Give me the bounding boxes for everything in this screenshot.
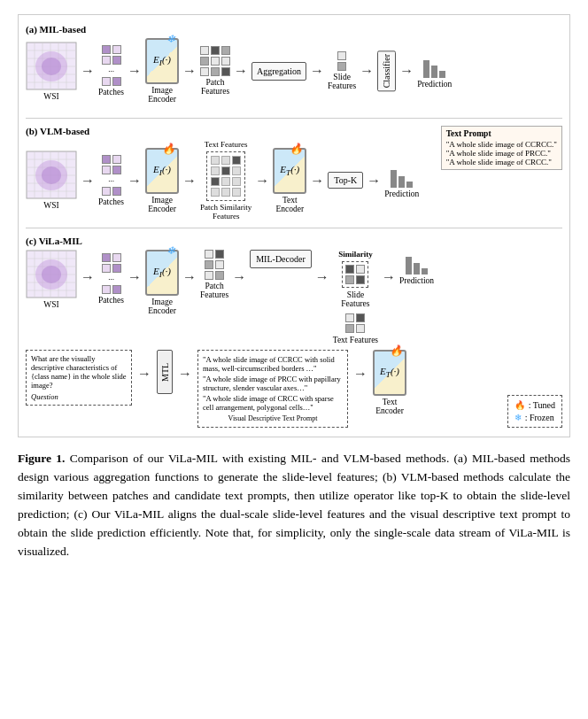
figure-caption: Figure 1. Comparison of our ViLa-MIL wit… bbox=[18, 450, 570, 561]
prediction-a-label: Prediction bbox=[417, 80, 452, 89]
mtl-box: MTL bbox=[157, 350, 173, 394]
question-sub-c: Question bbox=[31, 392, 127, 401]
feat-col-c1 bbox=[205, 250, 213, 280]
divider-ab bbox=[26, 118, 562, 119]
classifier-box: Classifier bbox=[377, 50, 396, 91]
arrow-a7: → bbox=[399, 63, 414, 79]
wsi-svg-b bbox=[26, 151, 77, 199]
text-prompt-item-3: "A whole slide image of CRCC." bbox=[446, 158, 557, 166]
text-features-c-label: Text Features bbox=[333, 336, 378, 344]
encoder-func-b: EI(·) bbox=[153, 164, 171, 177]
arrow-c9: → bbox=[353, 366, 368, 382]
flame-icon-tb: 🔥 bbox=[290, 143, 303, 156]
patch-sq bbox=[112, 166, 121, 174]
wsi-c: WSI bbox=[26, 250, 77, 309]
bar-a2 bbox=[431, 66, 437, 78]
patch-row-c3 bbox=[102, 285, 121, 294]
svg-point-25 bbox=[42, 166, 61, 184]
patches-a: ··· Patches bbox=[98, 45, 124, 97]
feat-sq bbox=[356, 275, 365, 284]
encoder-box-c: ❄ EI(·) bbox=[145, 250, 179, 296]
section-c-label: (c) ViLa-MIL bbox=[26, 236, 562, 246]
arrow-b3: → bbox=[182, 173, 197, 189]
patch-sim-b: Text Features bbox=[200, 140, 251, 220]
mil-decoder-box: MIL-Decoder bbox=[250, 250, 312, 268]
feat-sq bbox=[221, 57, 230, 66]
sim-sq bbox=[232, 177, 241, 186]
vtp-item-3: "A whole slide image of CRCC with sparse… bbox=[203, 394, 343, 412]
bar-c2 bbox=[414, 263, 420, 274]
topk-b: Top-K bbox=[328, 172, 363, 189]
text-encoder-box-b: 🔥 ET(·) bbox=[273, 148, 306, 194]
patch-row-c2 bbox=[102, 264, 121, 273]
bar-b3 bbox=[406, 182, 413, 188]
slide-features-a: SlideFeatures bbox=[328, 51, 356, 90]
feat-sq bbox=[337, 62, 346, 71]
encoder-a: ❄ EI(·) ImageEncoder bbox=[145, 38, 179, 104]
feat-sq bbox=[345, 313, 354, 322]
feat-sq bbox=[205, 250, 213, 259]
mtl-c: MTL bbox=[157, 350, 173, 394]
patch-sq bbox=[112, 77, 121, 86]
snowflake-icon-legend: ❄ bbox=[514, 413, 522, 422]
encoder-func-c: EI(·) bbox=[153, 266, 171, 279]
question-box-c: What are the visually descriptive charac… bbox=[26, 350, 132, 406]
sim-sq bbox=[221, 166, 230, 175]
text-encoder-box-c: 🔥 ET(·) bbox=[373, 350, 406, 396]
feat-sq bbox=[211, 57, 220, 66]
bar-chart-b bbox=[391, 163, 413, 188]
mil-decoder-c: MIL-Decoder bbox=[250, 250, 312, 268]
arrow-b4: → bbox=[255, 173, 269, 189]
text-encoder-b-label: TextEncoder bbox=[275, 196, 304, 213]
flame-icon-b: 🔥 bbox=[162, 143, 175, 156]
sim-row-b4 bbox=[211, 188, 241, 197]
patches-c: ··· Patches bbox=[98, 253, 124, 305]
arrow-c7: → bbox=[137, 366, 151, 382]
patch-sq bbox=[112, 45, 121, 54]
svg-point-12 bbox=[42, 58, 61, 75]
encoder-b-label: ImageEncoder bbox=[148, 196, 176, 213]
feat-sq bbox=[356, 265, 365, 274]
row-a: WSI → ··· bbox=[26, 38, 562, 104]
sim-sq bbox=[221, 188, 230, 197]
arrow-a3: → bbox=[182, 63, 197, 79]
arrow-c3: → bbox=[182, 269, 197, 285]
sim-sq bbox=[211, 188, 220, 197]
svg-point-38 bbox=[42, 266, 61, 283]
patch-sq bbox=[102, 155, 111, 164]
patch-row-b2 bbox=[102, 166, 121, 174]
feat-col-c2 bbox=[215, 250, 224, 280]
feat-sq bbox=[221, 67, 230, 76]
aggregation-a: Aggregation bbox=[251, 62, 306, 81]
feat-sq bbox=[205, 271, 213, 280]
arrow-a1: → bbox=[81, 63, 95, 79]
patches-c-label: Patches bbox=[98, 296, 124, 305]
slide-feat-dashed-c bbox=[342, 261, 368, 288]
legend-frozen: ❄ : Frozen bbox=[514, 413, 555, 422]
patch-sq bbox=[102, 77, 111, 86]
text-prompt-item-2: "A whole slide image of PRCC." bbox=[446, 149, 557, 158]
patch-sq bbox=[102, 56, 111, 65]
slide-features-a-label: SlideFeatures bbox=[328, 73, 356, 90]
patch-sq bbox=[112, 187, 121, 196]
patches-b: ··· Patches bbox=[98, 155, 124, 206]
bar-b1 bbox=[391, 170, 397, 188]
flame-icon-legend: 🔥 bbox=[514, 400, 525, 410]
patch-sq bbox=[102, 253, 111, 262]
patch-sq bbox=[102, 187, 111, 196]
arrow-a4: → bbox=[234, 63, 248, 79]
text-prompt-item-1: "A whole slide image of CCRCC." bbox=[446, 140, 557, 149]
bar-chart-c bbox=[406, 250, 428, 274]
feat-sq bbox=[211, 67, 220, 76]
arrow-b2: → bbox=[128, 173, 142, 189]
text-encoder-func-c: ET(·) bbox=[380, 366, 399, 379]
arrow-a2: → bbox=[128, 63, 142, 79]
bar-chart-a bbox=[423, 53, 445, 78]
arrow-c4: → bbox=[232, 269, 246, 285]
dots-c: ··· bbox=[108, 274, 114, 283]
divider-bc bbox=[26, 228, 562, 228]
sim-sq bbox=[211, 166, 220, 175]
tf-row2 bbox=[345, 324, 365, 333]
text-encoder-b: 🔥 ET(·) TextEncoder bbox=[273, 148, 306, 213]
patch-row-a3 bbox=[102, 77, 121, 86]
